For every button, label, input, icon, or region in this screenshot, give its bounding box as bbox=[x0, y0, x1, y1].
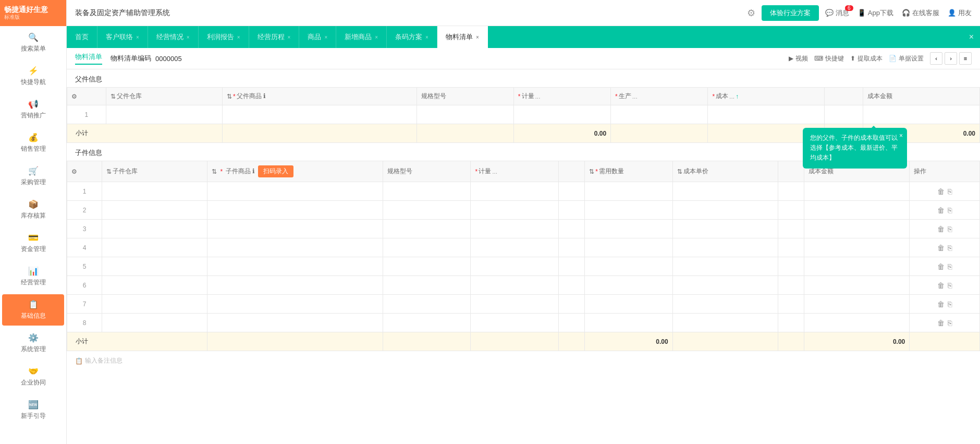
th-parent-spec[interactable]: 规格型号 bbox=[416, 88, 513, 105]
sidebar-item-operations[interactable]: 📊 经营管理 bbox=[2, 261, 64, 292]
tab-history-close[interactable]: × bbox=[288, 34, 291, 40]
sidebar-item-finance[interactable]: 💳 资金管理 bbox=[2, 227, 64, 259]
tab-product-close[interactable]: × bbox=[324, 34, 327, 40]
child-qty-cell[interactable] bbox=[471, 276, 558, 295]
tab-home[interactable]: 首页 bbox=[67, 26, 97, 48]
child-spec-cell[interactable] bbox=[383, 220, 471, 238]
th-parent-qty[interactable]: * 计量... bbox=[513, 88, 610, 105]
child-needed-cell[interactable] bbox=[585, 257, 672, 276]
parent-production-cell[interactable] bbox=[611, 105, 708, 124]
notes-placeholder[interactable]: 输入备注信息 bbox=[85, 356, 123, 365]
th-child-spec[interactable]: 规格型号 bbox=[383, 161, 471, 182]
tab-bom[interactable]: 物料清单 × bbox=[437, 26, 488, 48]
delete-icon[interactable]: 🗑 bbox=[937, 187, 945, 196]
delete-icon[interactable]: 🗑 bbox=[937, 225, 945, 233]
child-product-cell[interactable] bbox=[207, 220, 383, 238]
sidebar-item-quicknav[interactable]: ⚡ 快捷导航 bbox=[2, 61, 64, 92]
child-price-cell[interactable] bbox=[672, 201, 778, 220]
parent-qty-cell[interactable] bbox=[513, 105, 610, 124]
th-child-price[interactable]: ⇅ 成本单价 bbox=[672, 161, 778, 182]
child-needed-cell[interactable] bbox=[585, 201, 672, 220]
child-spec-cell[interactable] bbox=[383, 276, 471, 295]
th-parent-production[interactable]: * 生产... bbox=[611, 88, 708, 105]
copy-icon[interactable]: ⎘ bbox=[948, 319, 952, 327]
tab-product[interactable]: 商品 × bbox=[299, 26, 336, 48]
single-settings-action[interactable]: 📄 单据设置 bbox=[889, 54, 924, 63]
close-all-tabs[interactable]: × bbox=[963, 32, 980, 42]
sidebar-item-newguide[interactable]: 🆕 新手引导 bbox=[2, 394, 64, 426]
tab-history[interactable]: 经营历程 × bbox=[249, 26, 300, 48]
copy-icon[interactable]: ⎘ bbox=[948, 300, 952, 308]
delete-icon[interactable]: 🗑 bbox=[937, 281, 945, 290]
nav-menu-btn[interactable]: ≡ bbox=[959, 52, 972, 65]
th-child-needed[interactable]: ⇅ *需用数量 bbox=[585, 161, 672, 182]
tab-customer-close[interactable]: × bbox=[136, 34, 139, 40]
message-item[interactable]: 💬 消息 6 bbox=[825, 8, 849, 18]
child-qty-cell[interactable] bbox=[471, 182, 558, 201]
copy-icon[interactable]: ⎘ bbox=[948, 187, 952, 196]
parent-product-cell[interactable] bbox=[223, 105, 417, 124]
child-needed-cell[interactable] bbox=[585, 182, 672, 201]
copy-icon[interactable]: ⎘ bbox=[948, 262, 952, 271]
child-price-cell[interactable] bbox=[672, 276, 778, 295]
th-child-product[interactable]: ⇅ * 子件商品 ℹ 扫码录入 bbox=[207, 161, 383, 182]
th-child-warehouse[interactable]: ⇅ 子件仓库 bbox=[102, 161, 207, 182]
tab-new-product-close[interactable]: × bbox=[375, 34, 378, 40]
nav-prev-btn[interactable]: ‹ bbox=[930, 52, 942, 65]
sidebar-item-inventory[interactable]: 📦 库存核算 bbox=[2, 194, 64, 225]
child-qty-cell[interactable] bbox=[471, 295, 558, 314]
child-needed-cell[interactable] bbox=[585, 220, 672, 238]
child-spec-cell[interactable] bbox=[383, 257, 471, 276]
child-spec-cell[interactable] bbox=[383, 201, 471, 220]
copy-icon[interactable]: ⎘ bbox=[948, 281, 952, 290]
parent-spec-cell[interactable] bbox=[416, 105, 513, 124]
th-parent-cost[interactable]: * 成本... ↑ bbox=[708, 88, 825, 105]
child-warehouse-cell[interactable] bbox=[102, 238, 207, 257]
tab-operations[interactable]: 经营情况 × bbox=[148, 26, 199, 48]
sidebar-item-enterprise[interactable]: 🤝 企业协同 bbox=[2, 361, 64, 392]
tooltip-close-btn[interactable]: × bbox=[899, 131, 903, 141]
tab-new-product[interactable]: 新增商品 × bbox=[336, 26, 387, 48]
th-parent-warehouse[interactable]: ⇅ 父件仓库 bbox=[106, 88, 223, 105]
tab-profit[interactable]: 利润报告 × bbox=[199, 26, 249, 48]
child-product-cell[interactable] bbox=[207, 276, 383, 295]
child-warehouse-cell[interactable] bbox=[102, 257, 207, 276]
child-warehouse-cell[interactable] bbox=[102, 276, 207, 295]
delete-icon[interactable]: 🗑 bbox=[937, 319, 945, 327]
child-product-cell[interactable] bbox=[207, 295, 383, 314]
sidebar-item-system[interactable]: ⚙️ 系统管理 bbox=[2, 328, 64, 359]
child-price-cell[interactable] bbox=[672, 220, 778, 238]
online-service-item[interactable]: 🎧 在线客服 bbox=[902, 8, 939, 18]
scan-btn[interactable]: 扫码录入 bbox=[258, 165, 293, 177]
th-child-settings[interactable]: ⚙ bbox=[67, 161, 102, 182]
child-product-cell[interactable] bbox=[207, 238, 383, 257]
tab-barcode[interactable]: 条码方案 × bbox=[387, 26, 437, 48]
parent-warehouse-cell[interactable] bbox=[106, 105, 223, 124]
child-product-cell[interactable] bbox=[207, 182, 383, 201]
child-price-cell[interactable] bbox=[672, 257, 778, 276]
child-spec-cell[interactable] bbox=[383, 295, 471, 314]
sidebar-item-sales[interactable]: 💰 销售管理 bbox=[2, 127, 64, 159]
child-needed-cell[interactable] bbox=[585, 238, 672, 257]
tab-customer[interactable]: 客户联络 × bbox=[97, 26, 148, 48]
child-price-cell[interactable] bbox=[672, 295, 778, 314]
shortcut-action[interactable]: ⌨ 快捷键 bbox=[814, 54, 844, 63]
child-product-cell[interactable] bbox=[207, 314, 383, 332]
child-product-cell[interactable] bbox=[207, 201, 383, 220]
child-warehouse-cell[interactable] bbox=[102, 220, 207, 238]
parent-cost-cell[interactable] bbox=[708, 105, 825, 124]
child-qty-cell[interactable] bbox=[471, 314, 558, 332]
delete-icon[interactable]: 🗑 bbox=[937, 262, 945, 271]
tab-profit-close[interactable]: × bbox=[237, 34, 240, 40]
child-qty-cell[interactable] bbox=[471, 238, 558, 257]
child-needed-cell[interactable] bbox=[585, 314, 672, 332]
app-download-item[interactable]: 📱 App下载 bbox=[858, 8, 893, 18]
child-needed-cell[interactable] bbox=[585, 295, 672, 314]
child-needed-cell[interactable] bbox=[585, 276, 672, 295]
child-price-cell[interactable] bbox=[672, 314, 778, 332]
child-spec-cell[interactable] bbox=[383, 238, 471, 257]
th-child-qty[interactable]: * 计量... bbox=[471, 161, 558, 182]
settings-icon[interactable]: ⚙ bbox=[747, 7, 755, 19]
sidebar-item-marketing[interactable]: 📢 营销推广 bbox=[2, 94, 64, 125]
sidebar-item-purchase[interactable]: 🛒 采购管理 bbox=[2, 161, 64, 192]
